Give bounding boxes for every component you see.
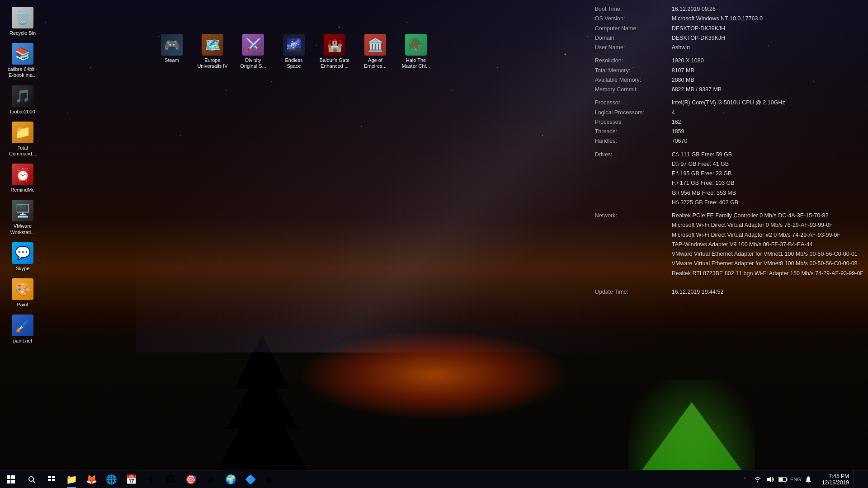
tray-battery[interactable] <box>778 470 788 488</box>
svg-rect-2 <box>7 480 10 483</box>
show-desktop-button[interactable] <box>854 470 868 488</box>
computer-value: DESKTOP-DK39KJH <box>672 24 726 33</box>
taskbar-pin-game[interactable]: 🎯 <box>181 470 201 488</box>
desktop-icon-foobar[interactable]: 🎵 foobar2000 <box>5 83 41 117</box>
calibre-icon: 📚 <box>12 43 33 65</box>
desktop-icon-vmware[interactable]: 🖥️ VMware Workstati... <box>5 197 41 237</box>
processes-value: 162 <box>672 117 681 127</box>
avail-mem-value: 2880 MB <box>672 75 694 85</box>
processes-label: Processes: <box>595 117 672 127</box>
desktop-icon-age-of-empires[interactable]: 🏛️ Age of Empires... <box>357 32 393 71</box>
computer-label: Computer Name: <box>595 24 672 33</box>
tray-hidden-icons[interactable]: ⌃ <box>740 470 750 488</box>
desktop-icon-calibre[interactable]: 📚 calibre 64bit - E-book ma... <box>5 41 41 80</box>
taskbar-pin-mail[interactable]: ✉ <box>201 470 221 488</box>
domain-label: Domain: <box>595 33 672 43</box>
processor-value: Intel(R) Core(TM) i3-5010U CPU @ 2.10GHz <box>672 98 785 108</box>
recycle-bin-icon: 🗑️ <box>12 7 33 28</box>
desktop-icon-divinity[interactable]: ⚔️ Divinity Original S... <box>235 32 271 71</box>
taskbar-pin-ie[interactable]: 🌐 <box>101 470 121 488</box>
desktop-icon-europa[interactable]: 🗺️ Europa Universalis IV <box>194 32 231 71</box>
resolution-value: 1920 X 1080 <box>672 56 704 66</box>
tray-volume[interactable] <box>765 470 776 488</box>
foobar-label: foobar2000 <box>10 109 35 115</box>
network-label: Network: <box>595 211 672 278</box>
tent-glow <box>628 380 755 470</box>
taskbar-pin-media[interactable]: ▶ <box>260 470 280 488</box>
desktop-icon-paint[interactable]: 🎨 Paint <box>5 276 41 310</box>
desktop-icon-baldur[interactable]: 🏰 Baldur's Gate Enhanced ... <box>316 32 353 71</box>
total-mem-label: Total Memory: <box>595 66 672 75</box>
drive-d: D:\ 97 GB Free: 41 GB <box>672 161 729 167</box>
svg-marker-10 <box>767 477 771 482</box>
steam-label: Steam <box>165 57 179 63</box>
skype-icon: 💬 <box>12 242 33 264</box>
taskbar-task-view[interactable] <box>42 470 61 488</box>
taskbar-pin-calendar[interactable]: 📅 <box>121 470 141 488</box>
network-5: VMware Virtual Ethernet Adapter for VMne… <box>672 260 858 267</box>
handles-value: 70670 <box>672 136 688 146</box>
system-info-panel: Boot Time: 16.12.2019 09:26 OS Version: … <box>595 5 863 297</box>
logical-value: 4 <box>672 108 675 117</box>
network-1: Microsoft Wi-Fi Direct Virtual Adapter 0… <box>672 222 833 228</box>
svg-line-5 <box>33 481 35 483</box>
europa-label: Europa Universalis IV <box>197 57 228 69</box>
clock-time: 7:45 PM <box>829 473 849 479</box>
logical-label: Logical Processors: <box>595 108 672 117</box>
taskbar-clock[interactable]: 7:45 PM 12/16/2019 <box>817 470 854 488</box>
desktop-icon-steam[interactable]: 🎮 Steam <box>154 32 190 66</box>
desktop-icon-skype[interactable]: 💬 Skype <box>5 240 41 274</box>
svg-rect-7 <box>52 476 55 478</box>
start-button[interactable] <box>0 470 22 488</box>
baldur-label: Baldur's Gate Enhanced ... <box>319 57 350 69</box>
tray-notifications[interactable] <box>803 470 814 488</box>
paintnet-label: paint.net <box>13 338 32 344</box>
taskbar-search[interactable] <box>22 470 42 488</box>
paint-label: Paint <box>17 302 28 308</box>
svg-rect-12 <box>786 478 787 480</box>
endless-space-icon: 🌌 <box>283 34 305 56</box>
avail-mem-label: Available Memory: <box>595 75 672 85</box>
remindme-label: RemindMe <box>10 187 34 193</box>
desktop-icons-area: 🗑️ Recycle Bin 📚 calibre 64bit - E-book … <box>0 0 45 351</box>
total-commander-icon: 📁 <box>12 122 33 143</box>
desktop-icon-remindme[interactable]: ⏰ RemindMe <box>5 161 41 195</box>
os-value: Microsoft Windows NT 10.0.17763.0 <box>672 14 763 23</box>
taskbar-pin-edge2[interactable]: 🔷 <box>241 470 260 488</box>
svg-rect-6 <box>48 476 51 478</box>
taskbar-pin-photos[interactable]: 🖼 <box>161 470 181 488</box>
drive-f: F:\ 171 GB Free: 103 GB <box>672 180 735 186</box>
taskbar-pin-edge[interactable]: 🌍 <box>221 470 241 488</box>
taskbar-pin-explorer[interactable]: 📁 <box>61 470 81 488</box>
europa-icon: 🗺️ <box>202 34 223 56</box>
threads-value: 1859 <box>672 127 684 136</box>
desktop: 🗑️ Recycle Bin 📚 calibre 64bit - E-book … <box>0 0 868 488</box>
network-6: Realtek RTL8723BE 802.11 bgn Wi-Fi Adapt… <box>672 270 863 277</box>
endless-space-label: Endless Space <box>278 57 310 69</box>
mem-commit-value: 6822 MB / 9387 MB <box>672 85 722 94</box>
system-tray: ⌃ <box>736 470 817 488</box>
skype-label: Skype <box>16 266 30 272</box>
taskbar-pin-firefox[interactable]: 🦊 <box>81 470 101 488</box>
desktop-icon-paintnet[interactable]: 🖌️ paint.net <box>5 312 41 346</box>
desktop-icon-endless-space[interactable]: 🌌 Endless Space <box>276 32 312 71</box>
os-label: OS Version: <box>595 14 672 23</box>
boot-time-value: 16.12.2019 09:26 <box>672 5 716 14</box>
svg-rect-13 <box>779 478 783 481</box>
drives-label: Drives: <box>595 150 672 208</box>
desktop-icon-total-commander[interactable]: 📁 Total Command... <box>5 119 41 159</box>
taskbar-pin-telegram[interactable]: ✈ <box>141 470 161 488</box>
tray-keyboard[interactable]: ENG <box>790 470 801 488</box>
tray-wifi[interactable] <box>752 470 763 488</box>
halo-label: Halo The Master Chi... <box>400 57 432 69</box>
desktop-icon-halo[interactable]: 🪖 Halo The Master Chi... <box>398 32 434 71</box>
user-label: User Name: <box>595 43 672 52</box>
total-commander-label: Total Command... <box>7 145 38 157</box>
svg-rect-0 <box>7 475 10 479</box>
drive-h: H:\ 3725 GB Free: 402 GB <box>672 199 738 206</box>
user-value: Ashwin <box>672 43 690 52</box>
baldur-icon: 🏰 <box>324 34 345 56</box>
vmware-label: VMware Workstati... <box>7 223 38 235</box>
desktop-icon-recycle-bin[interactable]: 🗑️ Recycle Bin <box>5 5 41 38</box>
calibre-label: calibre 64bit - E-book ma... <box>7 66 38 78</box>
